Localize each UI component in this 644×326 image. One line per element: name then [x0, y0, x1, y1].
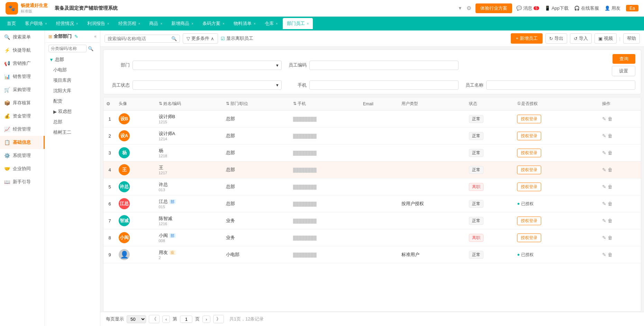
auth-button[interactable]: 授权登录	[517, 115, 541, 123]
edit-button[interactable]: ✎	[602, 218, 606, 223]
add-employee-button[interactable]: + 新增员工	[511, 33, 542, 44]
delete-button[interactable]: 🗑	[608, 133, 613, 139]
delete-button[interactable]: 🗑	[608, 116, 613, 122]
collapse-btn[interactable]: «	[94, 34, 97, 39]
sidebar-item-资金管理[interactable]: 💰资金管理	[0, 109, 45, 123]
delete-button[interactable]: 🗑	[608, 150, 613, 156]
edit-button[interactable]: ✎	[602, 201, 606, 206]
close-tab-btn[interactable]: ×	[138, 22, 140, 26]
nav-tab-条码方案[interactable]: 条码方案×	[198, 18, 229, 29]
tree-node-总部[interactable]: ▼总部	[45, 54, 100, 65]
show-resigned-checkbox[interactable]: ☑ 显示离职员工	[221, 35, 253, 42]
nav-tab-首页[interactable]: 首页	[3, 18, 20, 29]
page-input[interactable]	[180, 316, 192, 323]
close-tab-btn[interactable]: ×	[45, 22, 47, 26]
close-tab-btn[interactable]: ×	[223, 22, 225, 26]
close-tab-btn[interactable]: ×	[107, 22, 109, 26]
sidebar-item-企业协同[interactable]: 🤝企业协同	[0, 162, 45, 175]
tree-edit-icon[interactable]: ✎	[74, 34, 78, 39]
import-button[interactable]: ↺ 导入	[570, 33, 592, 44]
export-button[interactable]: ↻ 导出	[545, 33, 567, 44]
delete-button[interactable]: 🗑	[608, 201, 613, 206]
col-phone[interactable]: ⇅ 手机	[290, 97, 360, 111]
sidebar-item-搜索菜单[interactable]: 🔍搜索菜单	[0, 30, 45, 44]
sidebar-item-库存核算[interactable]: 📦库存核算	[0, 96, 45, 109]
nav-tab-仓库[interactable]: 仓库×	[261, 18, 282, 29]
tree-search-input[interactable]	[48, 45, 87, 52]
close-tab-btn[interactable]: ×	[276, 22, 278, 26]
message-btn[interactable]: 💬 消息 5	[516, 5, 539, 11]
close-tab-btn[interactable]: ×	[76, 22, 78, 26]
auth-button[interactable]: 授权登录	[517, 234, 541, 242]
trial-button[interactable]: 体验行业方案	[475, 3, 512, 13]
filter-phone-input[interactable]	[309, 80, 459, 90]
nav-tab-商品[interactable]: 商品×	[145, 18, 166, 29]
nav-tab-新增商品[interactable]: 新增商品×	[167, 18, 198, 29]
system-title-arrow[interactable]: ▼	[458, 6, 462, 11]
col-auth[interactable]: ①是否授权	[514, 97, 586, 111]
edit-button[interactable]: ✎	[602, 184, 606, 190]
auth-button[interactable]: 授权登录	[517, 132, 541, 140]
query-button[interactable]: 查询	[613, 54, 635, 64]
tree-node-双虑想[interactable]: ▶双虑想	[45, 106, 100, 117]
delete-button[interactable]: 🗑	[608, 184, 613, 190]
sidebar-item-基础信息[interactable]: 📋基础信息	[0, 136, 45, 149]
search-input[interactable]	[108, 36, 170, 41]
filter-status-select[interactable]: ▾	[133, 80, 282, 90]
filter-code-input[interactable]	[309, 61, 459, 70]
edit-button[interactable]: ✎	[602, 116, 606, 122]
next-page-btn[interactable]: ›	[202, 316, 210, 323]
filter-name-input[interactable]	[486, 80, 635, 90]
tree-node-项目库房[interactable]: 项目库房	[45, 75, 100, 86]
user-avatar[interactable]: 👤 用友	[605, 5, 620, 11]
nav-tab-客户联络[interactable]: 客户联络×	[21, 18, 51, 29]
sidebar-item-经营管理[interactable]: 📈经营管理	[0, 123, 45, 136]
nav-tab-物料清单[interactable]: 物料清单×	[229, 18, 260, 29]
close-tab-btn[interactable]: ×	[307, 22, 309, 26]
col-name[interactable]: ⇅ 姓名/编码	[156, 97, 223, 111]
auth-button[interactable]: 授权登录	[517, 217, 541, 225]
app-download-btn[interactable]: 📱 App下载	[545, 5, 569, 11]
tree-node-配货[interactable]: 配货	[45, 96, 100, 106]
tree-node-沈阳大库[interactable]: 沈阳大库	[45, 86, 100, 96]
delete-button[interactable]: 🗑	[608, 252, 613, 257]
col-settings[interactable]: ⚙	[103, 97, 116, 111]
auth-button[interactable]: 授权登录	[517, 183, 541, 191]
tree-node-植树王二[interactable]: 植树王二	[45, 127, 100, 138]
online-service-btn[interactable]: 🎧 在线客服	[574, 5, 599, 11]
first-page-btn[interactable]: 《	[149, 315, 160, 323]
sidebar-item-系统管理[interactable]: ⚙️系统管理	[0, 149, 45, 162]
settings-icon[interactable]: ⚙	[466, 5, 471, 11]
edit-button[interactable]: ✎	[602, 150, 606, 156]
help-button[interactable]: 帮助	[623, 33, 640, 44]
prev-page-btn[interactable]: ‹	[162, 316, 170, 323]
filter-dept-select[interactable]: ▾	[133, 61, 282, 70]
auth-button[interactable]: 授权登录	[517, 166, 541, 174]
top-right-label[interactable]: Ea	[626, 5, 638, 11]
edit-button[interactable]: ✎	[602, 235, 606, 240]
page-size-select[interactable]: 50 100	[127, 315, 146, 323]
tree-node-总部[interactable]: 总部	[45, 117, 100, 127]
edit-button[interactable]: ✎	[602, 252, 606, 257]
delete-button[interactable]: 🗑	[608, 218, 613, 223]
set-button[interactable]: 设置	[612, 66, 635, 76]
col-dept[interactable]: ⇅ 部门/职位	[223, 97, 290, 111]
edit-button[interactable]: ✎	[602, 167, 606, 173]
nav-tab-部门员工[interactable]: 部门员工×	[283, 18, 313, 29]
close-tab-btn[interactable]: ×	[191, 22, 193, 26]
nav-tab-经营历程[interactable]: 经营历程×	[114, 18, 145, 29]
sidebar-item-采购管理[interactable]: 🛒采购管理	[0, 83, 45, 96]
view-button[interactable]: ▣ 视频	[595, 33, 617, 44]
sidebar-item-快捷导航[interactable]: ⚡快捷导航	[0, 44, 45, 57]
nav-tab-经营情况[interactable]: 经营情况×	[52, 18, 82, 29]
sidebar-item-营销推广[interactable]: 📢营销推广	[0, 57, 45, 70]
tree-search-icon[interactable]: 🔍	[88, 46, 93, 51]
last-page-btn[interactable]: 》	[213, 315, 224, 323]
sidebar-item-新手引导[interactable]: 📖新手引导	[0, 175, 45, 188]
nav-tab-利润报告[interactable]: 利润报告×	[83, 18, 114, 29]
auth-button[interactable]: 授权登录	[517, 149, 541, 157]
tree-node-小电部[interactable]: 小电部	[45, 65, 100, 75]
delete-button[interactable]: 🗑	[608, 167, 613, 173]
more-filter-btn[interactable]: ▽ 更多条件 ∧	[183, 33, 218, 44]
edit-button[interactable]: ✎	[602, 133, 606, 139]
